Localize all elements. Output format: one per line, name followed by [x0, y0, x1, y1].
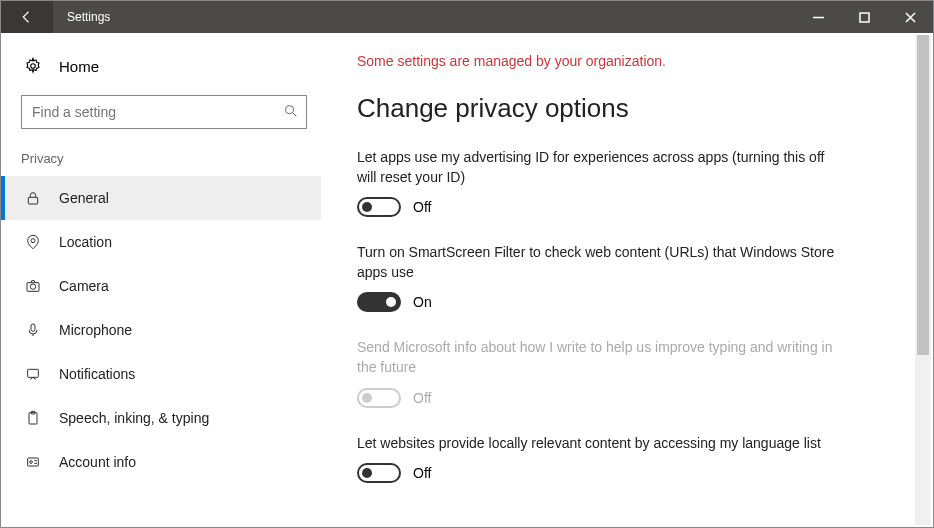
home-link[interactable]: Home	[1, 51, 321, 87]
sidebar-item-microphone[interactable]: Microphone	[1, 308, 321, 352]
svg-point-4	[31, 239, 35, 243]
sidebar-item-general[interactable]: General	[1, 176, 321, 220]
svg-point-6	[30, 284, 35, 289]
sidebar-item-label: Microphone	[59, 322, 132, 338]
option-advertising-id: Let apps use my advertising ID for exper…	[357, 148, 905, 217]
toggle-typing-info	[357, 388, 401, 408]
page-heading: Change privacy options	[357, 93, 905, 124]
category-label: Privacy	[21, 151, 321, 166]
toggle-state: Off	[413, 465, 431, 481]
close-button[interactable]	[887, 1, 933, 33]
svg-rect-3	[28, 197, 37, 204]
svg-rect-8	[28, 369, 39, 377]
svg-rect-7	[31, 324, 35, 331]
microphone-icon	[23, 322, 43, 338]
option-smartscreen: Turn on SmartScreen Filter to check web …	[357, 243, 905, 312]
svg-point-1	[31, 64, 36, 69]
back-button[interactable]	[1, 1, 53, 33]
svg-rect-0	[860, 13, 869, 22]
main-panel: Some settings are managed by your organi…	[321, 33, 933, 527]
sidebar-item-camera[interactable]: Camera	[1, 264, 321, 308]
arrow-left-icon	[18, 8, 36, 26]
org-managed-message: Some settings are managed by your organi…	[357, 53, 905, 69]
scrollbar-thumb[interactable]	[917, 35, 929, 355]
sidebar-item-label: Location	[59, 234, 112, 250]
sidebar-item-label: Notifications	[59, 366, 135, 382]
option-label: Let apps use my advertising ID for exper…	[357, 148, 837, 187]
minimize-icon	[813, 12, 824, 23]
close-icon	[905, 12, 916, 23]
lock-icon	[23, 190, 43, 206]
option-typing-info: Send Microsoft info about how I write to…	[357, 338, 905, 407]
toggle-language-list[interactable]	[357, 463, 401, 483]
option-label: Turn on SmartScreen Filter to check web …	[357, 243, 837, 282]
sidebar-item-speech[interactable]: Speech, inking, & typing	[1, 396, 321, 440]
toggle-state: Off	[413, 199, 431, 215]
maximize-icon	[859, 12, 870, 23]
gear-icon	[23, 57, 43, 75]
toggle-state: On	[413, 294, 432, 310]
sidebar-item-account[interactable]: Account info	[1, 440, 321, 484]
account-icon	[23, 454, 43, 470]
clipboard-icon	[23, 410, 43, 426]
sidebar-item-location[interactable]: Location	[1, 220, 321, 264]
option-language-list: Let websites provide locally relevant co…	[357, 434, 905, 484]
option-label: Send Microsoft info about how I write to…	[357, 338, 837, 377]
titlebar: Settings	[1, 1, 933, 33]
sidebar-item-notifications[interactable]: Notifications	[1, 352, 321, 396]
toggle-advertising-id[interactable]	[357, 197, 401, 217]
home-label: Home	[59, 58, 99, 75]
window-title: Settings	[67, 10, 110, 24]
option-label: Let websites provide locally relevant co…	[357, 434, 837, 454]
camera-icon	[23, 278, 43, 294]
location-icon	[23, 234, 43, 250]
toggle-smartscreen[interactable]	[357, 292, 401, 312]
svg-point-12	[30, 461, 33, 464]
notifications-icon	[23, 366, 43, 382]
search-icon	[283, 103, 299, 123]
svg-point-2	[286, 106, 294, 114]
sidebar-item-label: Account info	[59, 454, 136, 470]
minimize-button[interactable]	[795, 1, 841, 33]
sidebar-item-label: General	[59, 190, 109, 206]
search-input[interactable]	[21, 95, 307, 129]
sidebar-item-label: Camera	[59, 278, 109, 294]
scrollbar[interactable]	[915, 35, 931, 525]
sidebar: Home Privacy General Location Camera Mic…	[1, 33, 321, 527]
sidebar-item-label: Speech, inking, & typing	[59, 410, 209, 426]
maximize-button[interactable]	[841, 1, 887, 33]
toggle-state: Off	[413, 390, 431, 406]
